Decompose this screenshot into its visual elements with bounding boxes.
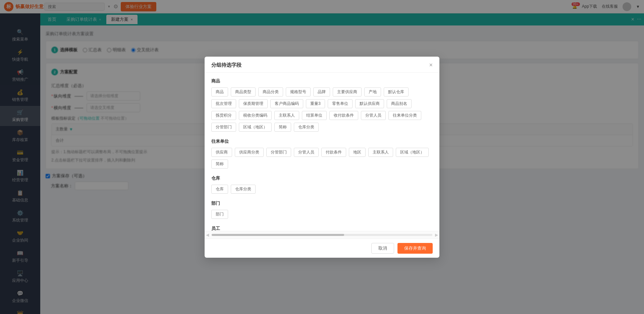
section-product-title: 商品 (211, 78, 433, 84)
tag-batch-mgmt[interactable]: 批次管理 (211, 99, 236, 108)
tag-weight3[interactable]: 重量3 (306, 99, 325, 108)
tag-pick-points[interactable]: 拣货积分 (211, 111, 236, 120)
tag-spec-model[interactable]: 规格型号 (286, 87, 311, 97)
dialog-hscrollbar: ◀ ▶ (205, 231, 439, 239)
tag-dept[interactable]: 分管部门 (211, 123, 236, 132)
tag-settlement-unit[interactable]: 结算单位 (302, 111, 327, 120)
tag-main-contact[interactable]: 主联系人 (274, 111, 299, 120)
tag-tax-code[interactable]: 税收分类编码 (239, 111, 272, 120)
section-warehouse: 仓库 仓库 仓库分类 (211, 175, 433, 194)
tag-partner-manager[interactable]: 分管人员 (294, 148, 319, 157)
tag-quality-period[interactable]: 保质期管理 (239, 99, 268, 108)
section-partner-tags: 供应商 供应商分类 分管部门 分管人员 付款条件 地区 主联系人 区域（地区） … (211, 148, 433, 169)
tag-partner-short[interactable]: 简称 (211, 160, 228, 169)
section-employee-title: 员工 (211, 226, 433, 231)
tag-warehouse[interactable]: 仓库 (211, 185, 228, 194)
confirm-button[interactable]: 保存并查询 (397, 243, 433, 254)
tag-partner-region[interactable]: 区域（地区） (396, 148, 429, 157)
tag-manager[interactable]: 分管人员 (361, 111, 386, 120)
section-warehouse-title: 仓库 (211, 175, 433, 181)
tag-retail-unit[interactable]: 零售单位 (328, 99, 353, 108)
section-department-title: 部门 (211, 200, 433, 206)
tag-area[interactable]: 地区 (349, 148, 366, 157)
dialog-footer: 取消 保存并查询 (205, 239, 439, 258)
cancel-button[interactable]: 取消 (371, 243, 394, 254)
dialog-header: 分组待选字段 × (205, 57, 439, 73)
tag-default-warehouse[interactable]: 默认仓库 (384, 87, 409, 97)
tag-department[interactable]: 部门 (211, 210, 228, 219)
section-warehouse-tags: 仓库 仓库分类 (211, 185, 433, 194)
tag-product-type[interactable]: 商品类型 (231, 87, 256, 97)
tag-partner-dept[interactable]: 分管部门 (266, 148, 291, 157)
modal-overlay: 分组待选字段 × 商品 商品 商品类型 商品分类 规格型号 品牌 主要供应商 产… (0, 0, 644, 314)
tag-default-supplier[interactable]: 默认供应商 (355, 99, 384, 108)
tag-main-supplier[interactable]: 主要供应商 (333, 87, 362, 97)
section-department: 部门 部门 (211, 200, 433, 219)
dialog: 分组待选字段 × 商品 商品 商品类型 商品分类 规格型号 品牌 主要供应商 产… (205, 57, 439, 258)
tag-supplier-category[interactable]: 供应商分类 (235, 148, 264, 157)
tag-short-name[interactable]: 简称 (274, 123, 291, 132)
section-employee: 员工 业务员 (211, 226, 433, 231)
tag-payment-terms[interactable]: 收付款条件 (329, 111, 358, 120)
tag-origin[interactable]: 产地 (364, 87, 381, 97)
section-product-tags: 商品 商品类型 商品分类 规格型号 品牌 主要供应商 产地 默认仓库 批次管理 … (211, 87, 433, 132)
tag-warehouse-category[interactable]: 仓库分类 (294, 123, 319, 132)
section-partner-title: 往来单位 (211, 138, 433, 144)
tag-region[interactable]: 区域（地区） (239, 123, 272, 132)
tag-customer-code[interactable]: 客户商品编码 (270, 99, 303, 108)
scroll-left-btn[interactable]: ◀ (205, 233, 210, 237)
dialog-title: 分组待选字段 (211, 62, 241, 68)
dialog-body: 商品 商品 商品类型 商品分类 规格型号 品牌 主要供应商 产地 默认仓库 批次… (205, 73, 439, 231)
tag-payment-cond[interactable]: 付款条件 (321, 148, 346, 157)
tag-main-contact2[interactable]: 主联系人 (368, 148, 393, 157)
tag-partner-category[interactable]: 往来单位分类 (388, 111, 421, 120)
tag-product[interactable]: 商品 (211, 87, 228, 97)
tag-warehouse-cat[interactable]: 仓库分类 (231, 185, 256, 194)
hscrollbar-track[interactable] (212, 234, 432, 236)
section-partner: 往来单位 供应商 供应商分类 分管部门 分管人员 付款条件 地区 主联系人 区域… (211, 138, 433, 169)
tag-product-category[interactable]: 商品分类 (258, 87, 283, 97)
tag-supplier[interactable]: 供应商 (211, 148, 232, 157)
section-product: 商品 商品 商品类型 商品分类 规格型号 品牌 主要供应商 产地 默认仓库 批次… (211, 78, 433, 132)
scroll-right-btn[interactable]: ▶ (434, 233, 439, 237)
hscrollbar-thumb (212, 234, 344, 236)
section-department-tags: 部门 (211, 210, 433, 219)
tag-product-alias[interactable]: 商品别名 (387, 99, 412, 108)
tag-brand[interactable]: 品牌 (313, 87, 330, 97)
dialog-close-button[interactable]: × (429, 62, 433, 68)
